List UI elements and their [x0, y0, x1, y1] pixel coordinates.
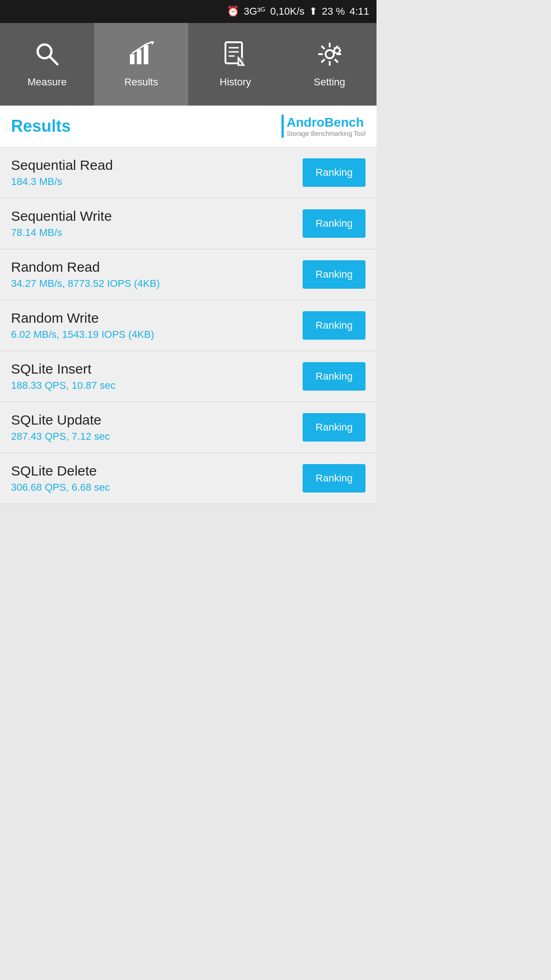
result-name-random-read: Random Read — [11, 259, 160, 275]
result-name-random-write: Random Write — [11, 310, 154, 326]
result-info-sqlite-insert: SQLite Insert 188.33 QPS, 10.87 sec — [11, 361, 116, 392]
gear-icon — [316, 40, 343, 72]
search-icon — [34, 40, 61, 72]
logo-name-bench: Bench — [325, 115, 364, 129]
result-info-sqlite-delete: SQLite Delete 306.68 QPS, 6.68 sec — [11, 463, 110, 493]
ranking-button-sqlite-delete[interactable]: Ranking — [303, 464, 365, 493]
svg-line-29 — [338, 48, 340, 49]
document-icon — [222, 40, 249, 72]
ranking-button-sequential-write[interactable]: Ranking — [303, 209, 365, 238]
results-list: Sequential Read 184.3 MB/s Ranking Seque… — [0, 147, 377, 980]
tab-setting[interactable]: Setting — [282, 23, 377, 106]
tab-measure-label: Measure — [28, 76, 67, 88]
result-info-sequential-write: Sequential Write 78.14 MB/s — [11, 208, 112, 239]
result-name-sqlite-update: SQLite Update — [11, 412, 110, 428]
tab-history[interactable]: History — [188, 23, 282, 106]
svg-rect-2 — [130, 54, 135, 64]
ranking-button-sqlite-insert[interactable]: Ranking — [303, 362, 365, 391]
nav-tabs: Measure Results — [0, 23, 377, 106]
svg-line-30 — [334, 52, 335, 54]
result-value-sqlite-insert: 188.33 QPS, 10.87 sec — [11, 380, 116, 392]
svg-rect-3 — [137, 50, 141, 64]
result-row-sequential-read: Sequential Read 184.3 MB/s Ranking — [0, 147, 377, 198]
logo-name: AndroBench — [287, 115, 365, 130]
result-value-sqlite-delete: 306.68 QPS, 6.68 sec — [11, 482, 110, 493]
svg-line-19 — [335, 59, 338, 62]
result-row-sqlite-update: SQLite Update 287.43 QPS, 7.12 sec Ranki… — [0, 402, 377, 453]
ranking-button-random-write[interactable]: Ranking — [303, 311, 365, 340]
result-name-sqlite-insert: SQLite Insert — [11, 361, 116, 377]
logo-subtitle: Storage Benchmarking Tool — [287, 130, 365, 137]
tab-results[interactable]: Results — [94, 23, 188, 106]
result-value-sequential-read: 184.3 MB/s — [11, 176, 113, 188]
result-info-random-write: Random Write 6.02 MB/s, 1543.19 IOPS (4K… — [11, 310, 154, 341]
result-info-random-read: Random Read 34.27 MB/s, 8773.52 IOPS (4K… — [11, 259, 160, 290]
alarm-icon: ⏰ — [227, 6, 239, 17]
svg-line-28 — [338, 52, 340, 54]
battery-indicator: 23 % — [322, 6, 345, 17]
svg-point-13 — [326, 50, 334, 58]
result-row-sqlite-delete: SQLite Delete 306.68 QPS, 6.68 sec Ranki… — [0, 453, 377, 504]
result-row-random-read: Random Read 34.27 MB/s, 8773.52 IOPS (4K… — [0, 249, 377, 300]
svg-line-1 — [50, 56, 57, 64]
svg-line-27 — [334, 48, 335, 49]
network-indicator: 3G³ᴳ — [244, 6, 266, 17]
speed-indicator: 0,10K/s — [270, 6, 304, 17]
charging-icon: ⬆ — [309, 6, 317, 17]
svg-rect-4 — [144, 45, 148, 64]
chart-icon — [128, 40, 155, 72]
page-title: Results — [11, 117, 71, 136]
tab-results-label: Results — [124, 76, 158, 88]
result-info-sequential-read: Sequential Read 184.3 MB/s — [11, 157, 113, 188]
tab-history-label: History — [219, 76, 251, 88]
page-header: Results AndroBench Storage Benchmarking … — [0, 106, 377, 147]
svg-line-21 — [321, 59, 325, 62]
ranking-button-sqlite-update[interactable]: Ranking — [303, 413, 365, 442]
svg-line-18 — [321, 46, 325, 49]
logo-text: AndroBench Storage Benchmarking Tool — [287, 115, 365, 137]
tab-setting-label: Setting — [314, 76, 345, 88]
status-bar: ⏰ 3G³ᴳ 0,10K/s ⬆ 23 % 4:11 — [0, 0, 377, 23]
result-value-random-read: 34.27 MB/s, 8773.52 IOPS (4KB) — [11, 278, 160, 290]
logo-bar — [281, 115, 284, 138]
result-value-random-write: 6.02 MB/s, 1543.19 IOPS (4KB) — [11, 329, 154, 341]
result-name-sequential-read: Sequential Read — [11, 157, 113, 173]
result-value-sqlite-update: 287.43 QPS, 7.12 sec — [11, 431, 110, 442]
ranking-button-random-read[interactable]: Ranking — [303, 260, 365, 289]
result-row-sqlite-insert: SQLite Insert 188.33 QPS, 10.87 sec Rank… — [0, 351, 377, 402]
tab-measure[interactable]: Measure — [0, 23, 94, 106]
result-row-random-write: Random Write 6.02 MB/s, 1543.19 IOPS (4K… — [0, 300, 377, 351]
result-name-sequential-write: Sequential Write — [11, 208, 112, 224]
time-display: 4:11 — [349, 6, 369, 17]
result-info-sqlite-update: SQLite Update 287.43 QPS, 7.12 sec — [11, 412, 110, 442]
result-value-sequential-write: 78.14 MB/s — [11, 227, 112, 239]
svg-marker-5 — [151, 41, 154, 45]
result-name-sqlite-delete: SQLite Delete — [11, 463, 110, 479]
ranking-button-sequential-read[interactable]: Ranking — [303, 158, 365, 187]
brand-logo: AndroBench Storage Benchmarking Tool — [281, 115, 365, 138]
result-row-sequential-write: Sequential Write 78.14 MB/s Ranking — [0, 198, 377, 249]
logo-name-andro: Andro — [287, 115, 324, 129]
